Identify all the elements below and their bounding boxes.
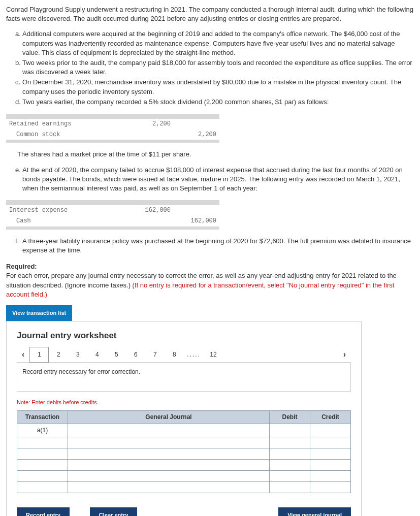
transaction-cell: a(1) — [17, 424, 68, 437]
general-journal-cell[interactable] — [68, 448, 270, 459]
worksheet-title: Journal entry worksheet — [17, 330, 351, 342]
debit-cell[interactable] — [270, 481, 310, 493]
table-row: a(1) — [17, 424, 351, 437]
general-journal-cell[interactable] — [68, 459, 270, 470]
credit-cell[interactable] — [310, 470, 351, 481]
tab-3[interactable]: 3 — [68, 347, 87, 363]
tab-6[interactable]: 6 — [126, 347, 145, 363]
credit-cell[interactable] — [310, 437, 351, 448]
item-d: d.Two years earlier, the company recorde… — [15, 98, 414, 107]
table-row — [17, 448, 351, 459]
required-block: Required: For each error, prepare any jo… — [6, 262, 414, 299]
debit-cell[interactable] — [270, 448, 310, 459]
tab-1[interactable]: 1 — [29, 347, 49, 363]
debit-cell[interactable] — [270, 459, 310, 470]
col-transaction: Transaction — [17, 411, 68, 424]
debit-cell[interactable] — [270, 437, 310, 448]
credit-cell[interactable] — [310, 424, 351, 437]
table-row — [17, 470, 351, 481]
tab-8[interactable]: 8 — [165, 347, 184, 363]
worksheet-tab-bar: ‹ 1 2 3 4 5 6 7 8 ..... 12 › — [17, 347, 351, 363]
tab-4[interactable]: 4 — [87, 347, 107, 363]
item-e: e.At the end of 2020, the company failed… — [15, 166, 414, 194]
tab-2[interactable]: 2 — [49, 347, 68, 363]
journal-entry-worksheet: Journal entry worksheet ‹ 1 2 3 4 5 6 7 … — [6, 321, 362, 516]
fact-list-2: e.At the end of 2020, the company failed… — [15, 166, 414, 194]
tab-7[interactable]: 7 — [145, 347, 165, 363]
credit-cell[interactable] — [310, 481, 351, 493]
table-row — [17, 459, 351, 470]
debits-before-credits-note: Note: Enter debits before credits. — [17, 399, 351, 406]
item-c: c.On December 31, 2020, merchandise inve… — [15, 78, 414, 96]
item-b: b.Two weeks prior to the audit, the comp… — [15, 58, 414, 77]
table-row — [17, 437, 351, 448]
general-journal-cell[interactable] — [68, 437, 270, 448]
journal-entry-table: Transaction General Journal Debit Credit… — [17, 410, 351, 493]
view-general-journal-button[interactable]: View general journal — [278, 507, 351, 516]
entry-prompt: Record entry necessary for error correct… — [17, 362, 351, 392]
tab-5[interactable]: 5 — [107, 347, 126, 363]
ledger-interest-expense: Interest expense162,000 Cash162,000 — [6, 200, 219, 230]
fact-list-3: f.A three-year liability insurance polic… — [15, 237, 414, 255]
col-debit: Debit — [270, 411, 310, 424]
col-general-journal: General Journal — [68, 411, 270, 424]
credit-cell[interactable] — [310, 448, 351, 459]
item-a: a.Additional computers were acquired at … — [15, 29, 414, 57]
d-sub-text: The shares had a market price at the tim… — [17, 150, 414, 159]
general-journal-cell[interactable] — [68, 481, 270, 493]
clear-entry-button[interactable]: Clear entry — [90, 507, 137, 516]
tab-dots: ..... — [184, 347, 204, 362]
debit-cell[interactable] — [270, 470, 310, 481]
required-heading: Required: — [6, 262, 414, 271]
credit-cell[interactable] — [310, 459, 351, 470]
ledger-retained-earnings: Retained earnings2,200 Common stock2,200 — [6, 114, 219, 143]
col-credit: Credit — [310, 411, 351, 424]
view-transaction-list-button[interactable]: View transaction list — [6, 305, 72, 321]
general-journal-cell[interactable] — [68, 424, 270, 437]
tab-12[interactable]: 12 — [204, 347, 223, 363]
fact-list: a.Additional computers were acquired at … — [15, 29, 414, 107]
next-chevron-icon[interactable]: › — [338, 349, 351, 360]
table-row — [17, 481, 351, 493]
debit-cell[interactable] — [270, 424, 310, 437]
intro-text: Conrad Playground Supply underwent a res… — [6, 5, 414, 23]
prev-chevron-icon[interactable]: ‹ — [17, 349, 29, 360]
general-journal-cell[interactable] — [68, 470, 270, 481]
record-entry-button[interactable]: Record entry — [17, 507, 70, 516]
item-f: f.A three-year liability insurance polic… — [15, 237, 414, 255]
